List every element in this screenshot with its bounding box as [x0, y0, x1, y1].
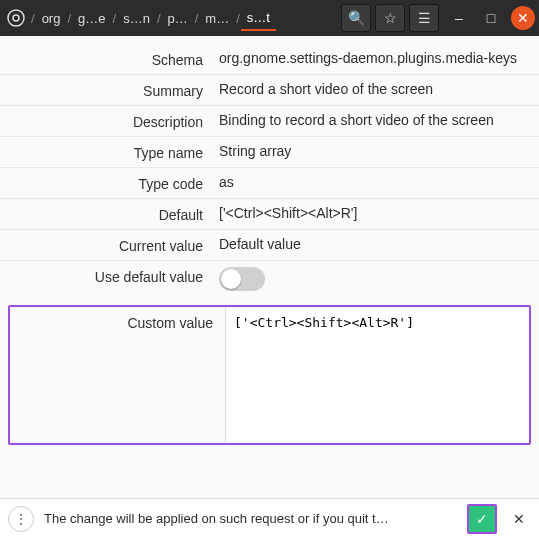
breadcrumb: / org / g…e / s…n / p… / m… / s…t — [30, 6, 337, 31]
default-label: Default — [0, 205, 215, 223]
typecode-value: as — [215, 174, 539, 192]
default-value: ['<Ctrl><Shift><Alt>R'] — [215, 205, 539, 223]
description-label: Description — [0, 112, 215, 130]
app-logo-icon — [4, 6, 28, 30]
close-window-button[interactable]: ✕ — [511, 6, 535, 30]
minimize-icon: – — [455, 10, 463, 26]
svg-point-0 — [8, 10, 24, 26]
check-icon: ✓ — [476, 511, 488, 527]
description-value: Binding to record a short video of the s… — [215, 112, 539, 130]
custom-value-section: Custom value — [8, 305, 531, 445]
maximize-button[interactable]: □ — [479, 6, 503, 30]
crumb-org[interactable]: org — [36, 7, 67, 30]
custom-value-input[interactable] — [225, 307, 529, 443]
hamburger-icon: ☰ — [418, 10, 431, 26]
notification-bar: ⋮ The change will be applied on such req… — [0, 498, 539, 538]
summary-label: Summary — [0, 81, 215, 99]
dismiss-button[interactable]: ✕ — [507, 507, 531, 531]
custom-label: Custom value — [10, 307, 225, 443]
search-button[interactable]: 🔍 — [341, 4, 371, 32]
crumb-current[interactable]: s…t — [241, 6, 276, 31]
maximize-icon: □ — [487, 10, 495, 26]
menu-button[interactable]: ☰ — [409, 4, 439, 32]
typename-label: Type name — [0, 143, 215, 161]
info-button[interactable]: ⋮ — [8, 506, 34, 532]
apply-button[interactable]: ✓ — [467, 504, 497, 534]
crumb-settings[interactable]: s…n — [117, 7, 156, 30]
crumb-media[interactable]: m… — [199, 7, 235, 30]
settings-detail: Schemaorg.gnome.settings-daemon.plugins.… — [0, 36, 539, 461]
typename-value: String array — [215, 143, 539, 161]
info-icon: ⋮ — [14, 511, 28, 527]
titlebar: / org / g…e / s…n / p… / m… / s…t 🔍 ☆ ☰ … — [0, 0, 539, 36]
bookmark-button[interactable]: ☆ — [375, 4, 405, 32]
minimize-button[interactable]: – — [447, 6, 471, 30]
current-value: Default value — [215, 236, 539, 254]
crumb-gnome[interactable]: g…e — [72, 7, 111, 30]
notification-message: The change will be applied on such reque… — [44, 511, 457, 526]
svg-point-1 — [13, 15, 19, 21]
typecode-label: Type code — [0, 174, 215, 192]
crumb-plugins[interactable]: p… — [162, 7, 194, 30]
close-icon: ✕ — [517, 10, 529, 26]
summary-value: Record a short video of the screen — [215, 81, 539, 99]
schema-value: org.gnome.settings-daemon.plugins.media-… — [215, 50, 539, 68]
current-label: Current value — [0, 236, 215, 254]
star-icon: ☆ — [384, 10, 397, 26]
schema-label: Schema — [0, 50, 215, 68]
close-icon: ✕ — [513, 511, 525, 527]
usedefault-label: Use default value — [0, 267, 215, 291]
search-icon: 🔍 — [348, 10, 365, 26]
usedefault-switch[interactable] — [219, 267, 265, 291]
